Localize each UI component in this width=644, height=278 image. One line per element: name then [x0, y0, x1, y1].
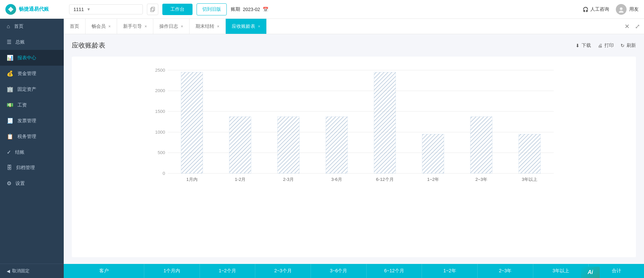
refresh-button[interactable]: ↻ 刷新	[621, 43, 636, 49]
sidebar-item-archive[interactable]: 🗄 归档管理	[0, 160, 64, 176]
svg-text:2-3月: 2-3月	[283, 177, 294, 182]
logo-area: 畅捷通易代账	[5, 4, 69, 15]
sidebar-icon-reports: 📊	[7, 55, 13, 61]
svg-text:2500: 2500	[155, 68, 165, 73]
avatar	[616, 4, 627, 15]
sidebar-item-invoice[interactable]: 🧾 发票管理	[0, 113, 64, 129]
content-area: 首页畅会员×新手引导×操作日志×期末结转×应收账龄表× ✕ ⤢ 应收账龄表 ⬇ …	[64, 19, 644, 278]
period-value: 2023-02	[243, 7, 260, 12]
svg-text:0: 0	[163, 171, 165, 176]
download-icon: ⬇	[576, 43, 580, 48]
consult-button[interactable]: 🎧 人工咨询	[583, 6, 609, 12]
sidebar-label-invoice: 发票管理	[17, 118, 36, 124]
svg-text:1500: 1500	[155, 109, 165, 114]
tab-period-end[interactable]: 期末结转×	[190, 19, 226, 34]
tab-close-period-end[interactable]: ×	[217, 24, 219, 29]
page-header: 应收账龄表 ⬇ 下载 🖨 打印 ↻ 刷新	[72, 41, 636, 50]
svg-text:1000: 1000	[155, 130, 165, 135]
table-header-0: 客户	[64, 264, 144, 278]
svg-text:1-2月: 1-2月	[235, 177, 246, 182]
sidebar-item-funds[interactable]: 💰 资金管理	[0, 66, 64, 81]
table-header-row: 客户1个月内1~2个月2~3个月3~6个月6~12个月1~2年2~3年3年以上合…	[64, 264, 644, 278]
table-header-8: 3年以上	[533, 264, 589, 278]
svg-rect-34	[422, 134, 444, 173]
tab-guide[interactable]: 新手引导×	[117, 19, 153, 34]
sidebar-icon-invoice: 🧾	[7, 118, 13, 124]
user-area[interactable]: 用友	[616, 4, 639, 15]
copy-button[interactable]	[147, 4, 158, 15]
ai-badge[interactable]: Ai	[581, 267, 600, 278]
svg-text:3-6月: 3-6月	[331, 177, 342, 182]
sidebar-item-tax[interactable]: 📋 税务管理	[0, 129, 64, 144]
table-header-3: 2~3个月	[255, 264, 311, 278]
download-button[interactable]: ⬇ 下载	[576, 43, 591, 49]
workbench-button[interactable]: 工作台	[162, 4, 193, 15]
sidebar-icon-tax: 📋	[7, 133, 13, 140]
tab-home[interactable]: 首页	[64, 19, 86, 34]
sidebar-label-settings: 设置	[15, 181, 25, 187]
chart-container: 050010001500200025001月内1-2月2-3月3-6月6-12个…	[72, 57, 636, 257]
sidebar-item-checkout[interactable]: ✓ 结账	[0, 144, 64, 160]
sidebar-item-home[interactable]: ⌂ 首页	[0, 19, 64, 34]
sidebar-item-ledger[interactable]: ☰ 总账	[0, 34, 64, 50]
svg-text:1月内: 1月内	[186, 177, 198, 182]
period-area: 账期 2023-02 📅	[231, 6, 268, 12]
switch-old-button[interactable]: 切到旧版	[197, 3, 227, 15]
close-tab-button[interactable]: ✕	[623, 21, 631, 31]
tab-close-oplog[interactable]: ×	[181, 24, 183, 29]
tab-oplog[interactable]: 操作日志×	[153, 19, 190, 34]
tab-close-aging[interactable]: ×	[258, 24, 260, 29]
header-right: 🎧 人工咨询 用友	[583, 4, 639, 15]
sidebar-icon-ledger: ☰	[7, 39, 11, 45]
calendar-icon[interactable]: 📅	[263, 7, 268, 12]
svg-rect-24	[181, 72, 203, 173]
svg-text:1~2年: 1~2年	[427, 177, 439, 182]
svg-rect-26	[229, 117, 251, 173]
expand-tab-button[interactable]: ⤢	[634, 21, 641, 31]
company-select[interactable]: 1111 ▼	[69, 4, 143, 14]
print-button[interactable]: 🖨 打印	[598, 43, 614, 49]
table-header-6: 1~2年	[422, 264, 478, 278]
tab-label-oplog: 操作日志	[159, 23, 178, 29]
header-middle: 1111 ▼ 工作台 切到旧版 账期 2023-02 📅	[69, 3, 583, 15]
sidebar-label-salary: 工资	[17, 102, 27, 108]
svg-text:6-12个月: 6-12个月	[376, 177, 394, 182]
svg-text:2000: 2000	[155, 88, 165, 93]
refresh-icon: ↻	[621, 43, 625, 48]
sidebar-label-reports: 报表中心	[17, 55, 36, 61]
cancel-fixed-button[interactable]: ◀ 取消固定	[0, 264, 64, 278]
svg-text:500: 500	[158, 150, 165, 155]
cancel-fixed-label: 取消固定	[12, 268, 30, 274]
svg-rect-1	[151, 8, 154, 12]
tab-aging[interactable]: 应收账龄表×	[226, 19, 267, 34]
sidebar-label-funds: 资金管理	[17, 71, 36, 77]
bar-chart: 050010001500200025001月内1-2月2-3月3-6月6-12个…	[78, 63, 629, 191]
svg-text:3年以上: 3年以上	[522, 177, 537, 182]
svg-text:2~3年: 2~3年	[475, 177, 487, 182]
tabs-actions: ✕ ⤢	[623, 21, 644, 31]
svg-rect-28	[278, 117, 300, 173]
refresh-label: 刷新	[627, 43, 636, 49]
sidebar-icon-settings: ⚙	[7, 180, 11, 187]
main-layout: ⌂ 首页 ☰ 总账 📊 报表中心 💰 资金管理 🏢 固定资产 💵 工资 🧾 发票…	[0, 19, 644, 278]
user-label: 用友	[629, 6, 639, 12]
sidebar-icon-funds: 💰	[7, 70, 13, 77]
tab-close-guide[interactable]: ×	[145, 24, 147, 29]
svg-rect-32	[374, 72, 396, 173]
svg-point-2	[620, 7, 623, 10]
sidebar-item-settings[interactable]: ⚙ 设置	[0, 176, 64, 191]
cancel-fixed-icon: ◀	[7, 269, 10, 274]
sidebar-label-ledger: 总账	[15, 39, 25, 45]
sidebar-item-salary[interactable]: 💵 工资	[0, 97, 64, 113]
sidebar-label-assets: 固定资产	[17, 86, 36, 92]
tab-member[interactable]: 畅会员×	[86, 19, 117, 34]
sidebar-label-checkout: 结账	[15, 149, 24, 155]
sidebar-label-archive: 归档管理	[16, 165, 35, 171]
logo-text: 畅捷通易代账	[19, 6, 49, 12]
sidebar-item-reports[interactable]: 📊 报表中心	[0, 50, 64, 66]
sidebar: ⌂ 首页 ☰ 总账 📊 报表中心 💰 资金管理 🏢 固定资产 💵 工资 🧾 发票…	[0, 19, 64, 278]
sidebar-item-assets[interactable]: 🏢 固定资产	[0, 81, 64, 97]
tab-close-member[interactable]: ×	[108, 24, 111, 29]
company-name: 1111	[73, 7, 84, 12]
top-header: 畅捷通易代账 1111 ▼ 工作台 切到旧版 账期 2023-02 📅 🎧 人工…	[0, 0, 644, 19]
